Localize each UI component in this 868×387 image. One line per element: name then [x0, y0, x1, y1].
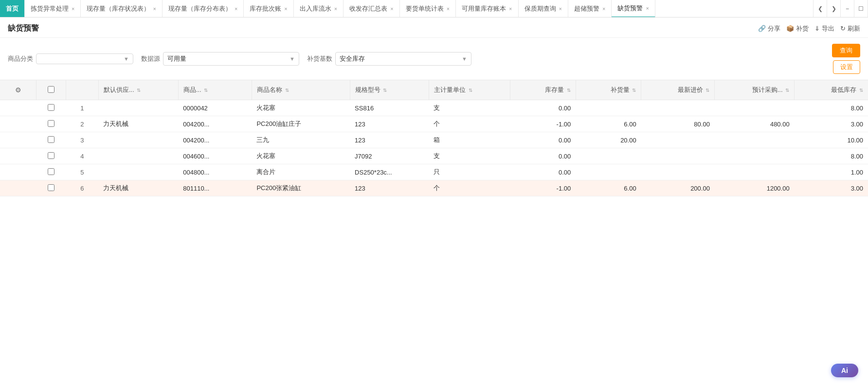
row-checkbox-1[interactable]: [48, 120, 54, 127]
row-code-cell: 0000042: [178, 100, 252, 116]
row-replenish-cell: [576, 148, 641, 164]
col-header-code[interactable]: 商品... ⇅: [178, 80, 252, 100]
category-select[interactable]: ▼: [36, 53, 133, 64]
tab-demand-stats[interactable]: 要货单统计表 ×: [400, 0, 456, 18]
row-name-cell: 离合片: [252, 164, 350, 180]
tab-inout-flow-close[interactable]: ×: [334, 6, 337, 12]
category-label: 商品分类: [8, 54, 33, 63]
share-icon: 🔗: [758, 25, 766, 32]
tab-expiry-query[interactable]: 保质期查询 ×: [519, 0, 568, 18]
tab-inout-flow[interactable]: 出入库流水 ×: [294, 0, 344, 18]
tab-prev-button[interactable]: ❮: [814, 0, 827, 18]
row-replenish-cell: 20.00: [576, 132, 641, 148]
tab-demand-stats-close[interactable]: ×: [447, 6, 450, 12]
row-estimate-cell: [715, 164, 795, 180]
row-unit-cell: 支: [429, 148, 510, 164]
datasource-label: 数据源: [141, 54, 160, 63]
tab-stock-status[interactable]: 现存量（库存状况表） ×: [81, 0, 162, 18]
sort-code-icon: ⇅: [204, 88, 208, 93]
row-spec-cell: SS816: [350, 100, 429, 116]
col-header-min-stock[interactable]: 最低库存 ⇅: [795, 80, 868, 100]
replenish-base-label: 补货基数: [307, 54, 332, 63]
replenish-base-select[interactable]: 安全库存 ▼: [335, 52, 471, 66]
tab-next-button[interactable]: ❯: [827, 0, 841, 18]
col-header-supplier[interactable]: 默认供应... ⇅: [98, 80, 178, 100]
tab-exception[interactable]: 拣货异常处理 ×: [25, 0, 81, 18]
replenish-label: 补货: [796, 24, 809, 33]
page-header: 缺货预警 🔗 分享 📦 补货 ⇓ 导出 ↻ 刷新: [0, 18, 868, 38]
tab-recv-summary[interactable]: 收发存汇总表 ×: [344, 0, 399, 18]
row-price-cell: 80.00: [641, 116, 715, 132]
row-code-cell: 801110...: [178, 180, 252, 196]
tab-home[interactable]: 首页: [0, 0, 25, 18]
tab-nav-buttons: ❮ ❯ − ☐: [813, 0, 868, 18]
tab-exception-close[interactable]: ×: [72, 6, 74, 12]
ai-label: Ai: [841, 367, 848, 374]
row-gear-cell: [0, 132, 36, 148]
tab-expiry-query-close[interactable]: ×: [559, 6, 562, 12]
col-header-unit[interactable]: 主计量单位 ⇅: [429, 80, 510, 100]
tab-available-ledger[interactable]: 可用量库存账本 ×: [456, 0, 518, 18]
col-header-latest-price[interactable]: 最新进价 ⇅: [641, 80, 715, 100]
header-actions: 🔗 分享 📦 补货 ⇓ 导出 ↻ 刷新: [758, 24, 860, 33]
tab-overstock-close[interactable]: ×: [602, 6, 605, 12]
col-header-spec[interactable]: 规格型号 ⇅: [350, 80, 429, 100]
row-unit-cell: 箱: [429, 132, 510, 148]
select-all-checkbox[interactable]: [48, 86, 54, 93]
row-gear-cell: [0, 116, 36, 132]
refresh-button[interactable]: ↻ 刷新: [840, 24, 860, 33]
tab-maximize-button[interactable]: ☐: [854, 0, 868, 18]
col-header-name[interactable]: 商品名称 ⇅: [252, 80, 350, 100]
col-header-est-purchase[interactable]: 预计采购... ⇅: [715, 80, 795, 100]
row-gear-cell: [0, 100, 36, 116]
tab-shortage-close[interactable]: ×: [646, 5, 649, 11]
row-stock-cell: -1.00: [510, 116, 576, 132]
tab-overstock[interactable]: 超储预警 ×: [568, 0, 612, 18]
tab-batch-account[interactable]: 库存批次账 ×: [244, 0, 293, 18]
row-price-cell: 200.00: [641, 180, 715, 196]
gear-icon[interactable]: ⚙: [12, 84, 24, 96]
row-minstock-cell: 8.00: [795, 148, 868, 164]
sort-unit-icon: ⇅: [469, 88, 472, 93]
table-body: 1 0000042 火花塞 SS816 支 0.00 8.00 2 力天机械 0…: [0, 100, 868, 196]
row-minstock-cell: 10.00: [795, 132, 868, 148]
row-price-cell: [641, 100, 715, 116]
tab-batch-account-close[interactable]: ×: [284, 6, 287, 12]
row-spec-cell: DS250*23c...: [350, 164, 429, 180]
row-stock-cell: 0.00: [510, 164, 576, 180]
query-button[interactable]: 查询: [832, 44, 860, 57]
tab-recv-summary-close[interactable]: ×: [390, 6, 393, 12]
row-checkbox-0[interactable]: [48, 104, 54, 111]
share-button[interactable]: 🔗 分享: [758, 24, 780, 33]
col-header-replenish[interactable]: 补货量 ⇅: [576, 80, 641, 100]
row-price-cell: [641, 132, 715, 148]
tab-stock-dist-close[interactable]: ×: [235, 6, 237, 12]
tab-stock-status-close[interactable]: ×: [153, 6, 156, 12]
row-price-cell: [641, 164, 715, 180]
export-button[interactable]: ⇓ 导出: [814, 24, 834, 33]
row-checkbox-4[interactable]: [48, 168, 54, 175]
tab-overstock-label: 超储预警: [574, 4, 599, 13]
tab-stock-dist[interactable]: 现存量（库存分布表） ×: [163, 0, 244, 18]
replenish-button[interactable]: 📦 补货: [786, 24, 809, 33]
replenish-base-value: 安全库存: [340, 54, 365, 63]
datasource-select[interactable]: 可用量 ▼: [163, 52, 299, 66]
tab-minimize-button[interactable]: −: [841, 0, 854, 18]
settings-button[interactable]: 设置: [833, 60, 860, 74]
replenish-icon: 📦: [786, 25, 794, 32]
row-stock-cell: 0.00: [510, 100, 576, 116]
row-name-cell: 火花塞: [252, 148, 350, 164]
row-checkbox-2[interactable]: [48, 136, 54, 143]
tab-shortage[interactable]: 缺货预警 ×: [612, 0, 655, 18]
row-minstock-cell: 8.00: [795, 100, 868, 116]
tab-inout-flow-label: 出入库流水: [300, 4, 331, 13]
row-stock-cell: 0.00: [510, 132, 576, 148]
row-supplier-cell: [98, 100, 178, 116]
row-checkbox-5[interactable]: [48, 184, 54, 191]
tab-available-ledger-close[interactable]: ×: [509, 6, 512, 12]
ai-button[interactable]: Ai: [831, 364, 858, 377]
col-header-stock[interactable]: 库存量 ⇅: [510, 80, 576, 100]
sort-supplier-icon: ⇅: [137, 88, 141, 93]
row-checkbox-3[interactable]: [48, 152, 54, 159]
tab-recv-summary-label: 收发存汇总表: [349, 4, 387, 13]
